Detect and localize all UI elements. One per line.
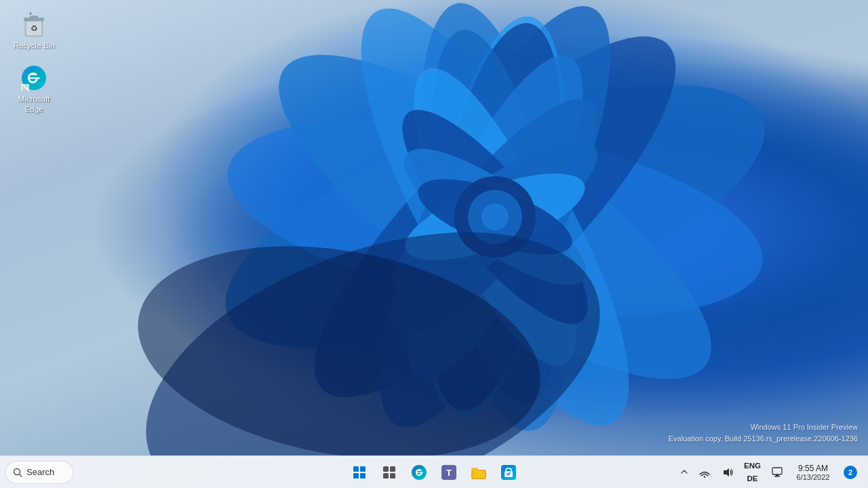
search-icon (13, 468, 22, 477)
desktop-icon-recycle-bin[interactable]: ♻ Recycle Bin (7, 7, 61, 55)
search-button[interactable]: Search (5, 461, 73, 484)
svg-marker-28 (29, 12, 32, 14)
notification-badge: 2 (844, 466, 857, 479)
svg-marker-49 (724, 468, 729, 476)
task-view-icon (382, 466, 396, 479)
svg-rect-36 (390, 466, 395, 472)
search-label: Search (26, 467, 54, 477)
notification-button[interactable]: 2 (838, 463, 863, 482)
network-icon (699, 467, 710, 478)
recycle-bin-label: Recycle Bin (14, 41, 55, 51)
store-button[interactable] (495, 459, 522, 486)
file-explorer-button[interactable] (465, 459, 492, 486)
store-icon (501, 465, 516, 480)
svg-text:♻: ♻ (31, 24, 38, 33)
clock-button[interactable]: 9:55 AM 6/13/2022 (789, 462, 837, 483)
watermark: Windows 11 Pro Insider Preview Evaluatio… (669, 422, 858, 445)
svg-rect-45 (473, 471, 485, 478)
taskbar: Search (0, 455, 868, 488)
desktop: ♻ Recycle Bin (0, 0, 868, 455)
start-button[interactable] (346, 459, 373, 486)
speaker-icon (722, 467, 733, 478)
svg-rect-30 (28, 77, 40, 79)
folder-icon (471, 466, 486, 479)
system-tray: ENG DE 9:55 AM 6/13/2022 2 (676, 460, 868, 485)
taskbar-center-items: T (346, 459, 522, 486)
speaker-button[interactable] (717, 464, 738, 481)
desktop-icons: ♻ Recycle Bin (7, 7, 61, 119)
recycle-bin-icon: ♻ (20, 11, 47, 38)
teams-button[interactable]: T (435, 459, 462, 486)
language-button[interactable]: ENG DE (740, 460, 765, 485)
svg-point-20 (481, 203, 509, 230)
show-hidden-icons-button[interactable] (676, 465, 692, 480)
edge-desktop-label: Microsoft Edge (11, 94, 57, 115)
svg-rect-50 (772, 468, 782, 474)
network-button[interactable] (694, 464, 715, 481)
clock-date: 6/13/2022 (797, 473, 830, 481)
svg-point-48 (704, 476, 706, 478)
language-bottom: DE (747, 474, 758, 484)
chevron-up-icon (680, 468, 688, 476)
edge-taskbar-button[interactable] (406, 459, 433, 486)
teams-icon: T (441, 465, 456, 480)
svg-text:T: T (446, 468, 452, 478)
display-button[interactable] (766, 464, 788, 481)
svg-rect-51 (776, 474, 778, 476)
edge-desktop-icon (20, 64, 47, 92)
language-top: ENG (744, 461, 761, 471)
svg-rect-44 (471, 468, 478, 471)
display-icon (772, 467, 783, 478)
desktop-icon-microsoft-edge[interactable]: Microsoft Edge (7, 60, 61, 119)
svg-rect-37 (383, 473, 389, 479)
svg-rect-52 (774, 476, 780, 477)
edge-taskbar-icon (412, 465, 427, 480)
windows-logo-icon (353, 466, 366, 479)
svg-rect-40 (416, 472, 423, 473)
watermark-line2: Evaluation copy. Build 25136.rs_prerelea… (669, 433, 858, 445)
watermark-line1: Windows 11 Pro Insider Preview (669, 422, 858, 434)
task-view-button[interactable] (376, 459, 403, 486)
clock-time: 9:55 AM (798, 464, 828, 473)
svg-rect-38 (390, 473, 395, 479)
svg-rect-26 (30, 16, 38, 18)
svg-line-34 (20, 474, 22, 476)
wallpaper-flower (102, 0, 780, 455)
svg-rect-35 (383, 466, 389, 472)
